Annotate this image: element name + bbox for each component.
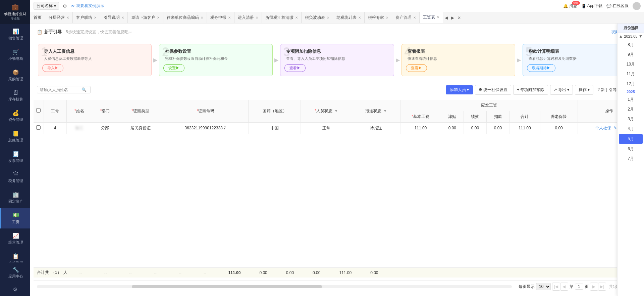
month-item-11[interactable]: 11月 bbox=[618, 69, 644, 79]
row-action-social[interactable]: 个人社保 bbox=[595, 126, 611, 130]
tab-product-code[interactable]: 往来单位商品编码 ✕ bbox=[163, 12, 207, 24]
sidebar-item-sales[interactable]: 📊 销售管理 bbox=[0, 24, 30, 45]
select-all-checkbox[interactable] bbox=[36, 108, 41, 113]
tab-tax-stat[interactable]: 纳税统计表 ✕ bbox=[333, 12, 365, 24]
demo-link[interactable]: 👁 我要看实例演示 bbox=[71, 3, 104, 9]
sidebar-item-invoice[interactable]: 🧾 发票管理 bbox=[0, 147, 30, 167]
row-action-edit[interactable]: ✎ bbox=[613, 126, 617, 130]
tab-invite[interactable]: 邀请下游客户 ✕ bbox=[128, 12, 163, 24]
month-item-8[interactable]: 8月 bbox=[618, 40, 644, 50]
special-deduction-button[interactable]: + 专项附加扣除 bbox=[513, 85, 548, 95]
sidebar-item-inventory[interactable]: 🗄 库存核算 bbox=[0, 86, 30, 106]
tab-customer[interactable]: 客户联络 ✕ bbox=[73, 12, 100, 24]
tab-partition[interactable]: 分层经营 ✕ bbox=[45, 12, 73, 24]
topbar-settings-btn[interactable]: ⚙ bbox=[61, 3, 69, 9]
tab-close-icon[interactable]: ✕ bbox=[121, 16, 124, 19]
search-box[interactable]: 🔍 bbox=[37, 86, 91, 93]
tab-close-icon[interactable]: ✕ bbox=[358, 16, 361, 19]
status-filter-icon[interactable]: ▼ bbox=[334, 109, 338, 113]
step-4-btn[interactable]: 查看▶ bbox=[406, 64, 427, 72]
tab-close-icon[interactable]: ✕ bbox=[157, 16, 160, 19]
tab-asset-mgmt[interactable]: 资产管理 ✕ bbox=[392, 12, 420, 24]
tab-clearance[interactable]: 进入清册 ✕ bbox=[234, 12, 262, 24]
row-checkbox[interactable] bbox=[36, 125, 41, 130]
month-item-5[interactable]: 5月 bbox=[619, 134, 643, 144]
mobile-icon: 📱 bbox=[581, 4, 586, 8]
sidebar-item-assets[interactable]: 🏢 固定资产 bbox=[0, 187, 30, 208]
add-person-button[interactable]: 添加人员 ▾ bbox=[446, 85, 473, 94]
tab-guide[interactable]: 引导说明 ✕ bbox=[100, 12, 128, 24]
tab-payroll[interactable]: 工资表 ✕ bbox=[420, 12, 443, 24]
sidebar-item-ecommerce[interactable]: 🛒 小畅电商 bbox=[0, 45, 30, 65]
tab-close-icon[interactable]: ✕ bbox=[327, 16, 329, 19]
tab-close-icon[interactable]: ✕ bbox=[66, 16, 69, 19]
month-item-7[interactable]: 7月 bbox=[618, 154, 644, 164]
summary-base-total: 111.00 bbox=[228, 270, 241, 275]
sidebar-item-app-center[interactable]: 🔧 应用中心 bbox=[0, 262, 30, 283]
step-3-btn[interactable]: 查看▶ bbox=[284, 64, 306, 72]
year-next-icon[interactable]: ▼ bbox=[639, 34, 643, 39]
sidebar-item-tax[interactable]: 🏛 税务管理 bbox=[0, 167, 30, 187]
month-item-12[interactable]: 12月 bbox=[618, 79, 644, 89]
tab-close-icon[interactable]: ✕ bbox=[228, 16, 231, 19]
unified-settings-button[interactable]: ⚙ 统一社保设置 bbox=[475, 85, 511, 95]
tab-tax-calc[interactable]: 所得税汇算清缴 ✕ bbox=[262, 12, 302, 24]
tab-tax-expert[interactable]: 税检专家 ✕ bbox=[365, 12, 392, 24]
topbar-app-download[interactable]: 📱 App下载 bbox=[581, 3, 602, 9]
search-icon[interactable]: 🔍 bbox=[82, 87, 87, 92]
operation-button[interactable]: 操作 ▾ bbox=[575, 85, 593, 95]
user-avatar[interactable] bbox=[633, 2, 641, 10]
page-next-btn[interactable]: ▶ bbox=[590, 283, 598, 291]
step-1-btn[interactable]: 导入▶ bbox=[42, 64, 63, 72]
new-guide-button[interactable]: ? 新手引导 bbox=[595, 85, 619, 94]
logo-icon: 💼 bbox=[11, 3, 19, 11]
tab-close-icon[interactable]: ✕ bbox=[413, 16, 416, 19]
sidebar-item-payroll[interactable]: 💵 工资 bbox=[0, 208, 30, 228]
app-logo[interactable]: 💼 畅捷通好业财 专业版 bbox=[0, 0, 30, 24]
tab-nav-next[interactable]: ▶ bbox=[449, 15, 456, 20]
th-base-wage: *基本工资 bbox=[400, 111, 441, 122]
month-item-3[interactable]: 3月 bbox=[618, 114, 644, 124]
month-item-1[interactable]: 1月 bbox=[618, 95, 644, 104]
page-first-btn[interactable]: |◀ bbox=[552, 283, 560, 291]
sidebar-item-purchase[interactable]: 📦 采购管理 bbox=[0, 65, 30, 86]
month-item-2[interactable]: 2月 bbox=[618, 104, 644, 114]
export-button[interactable]: ↗ 导出 ▾ bbox=[550, 85, 573, 95]
tab-home-label: 首页 bbox=[34, 15, 42, 20]
demo-text: 我要看实例演示 bbox=[76, 3, 104, 9]
report-status-filter-icon[interactable]: ▼ bbox=[383, 109, 387, 113]
tab-close-icon[interactable]: ✕ bbox=[295, 16, 298, 19]
horizontal-scrollbar[interactable] bbox=[37, 285, 512, 288]
step-5-btn[interactable]: 敬请期待▶ bbox=[527, 64, 555, 72]
month-item-9[interactable]: 9月 bbox=[618, 50, 644, 59]
sidebar-item-report[interactable]: 📋 小畅报销 bbox=[0, 249, 30, 262]
tab-close-icon[interactable]: ✕ bbox=[94, 16, 97, 19]
month-item-4[interactable]: 4月 bbox=[618, 124, 644, 134]
tab-close-icon[interactable]: ✕ bbox=[386, 16, 388, 19]
tab-close-icon[interactable]: ✕ bbox=[201, 16, 203, 19]
page-size-select[interactable]: 10 20 50 bbox=[536, 283, 551, 290]
step-2-btn[interactable]: 设置▶ bbox=[163, 64, 184, 72]
search-input[interactable] bbox=[40, 87, 80, 92]
month-item-10[interactable]: 10月 bbox=[618, 59, 644, 69]
scrollbar-thumb[interactable] bbox=[132, 285, 322, 288]
sidebar-item-ledger[interactable]: 📒 总账管理 bbox=[0, 126, 30, 147]
year-prev-icon[interactable]: ▲ bbox=[619, 34, 623, 39]
sidebar-item-finance[interactable]: 💰 资金管理 bbox=[0, 106, 30, 126]
company-selector[interactable]: 公司名称 ▾ bbox=[34, 2, 59, 10]
required-star: * bbox=[131, 109, 133, 113]
topbar-online-service[interactable]: 💬 在线客服 bbox=[606, 3, 629, 9]
page-prev-btn[interactable]: ◀ bbox=[560, 283, 568, 291]
tab-tax-relief[interactable]: 税负波动表 ✕ bbox=[302, 12, 333, 24]
tab-nav-close-all[interactable]: ✕ bbox=[456, 15, 463, 20]
tab-close-icon[interactable]: ✕ bbox=[256, 16, 258, 19]
tab-close-icon[interactable]: ✕ bbox=[437, 15, 439, 19]
tab-nav-prev[interactable]: ◀ bbox=[443, 15, 449, 20]
sidebar-settings[interactable]: ⚙ bbox=[0, 283, 30, 296]
tab-home[interactable]: 首页 bbox=[30, 12, 45, 24]
sidebar-item-operation[interactable]: 📈 经营管理 bbox=[0, 228, 30, 249]
month-item-6[interactable]: 6月 bbox=[618, 144, 644, 154]
page-last-btn[interactable]: ▶| bbox=[598, 283, 606, 291]
tab-tax-filing[interactable]: 税务申报 ✕ bbox=[207, 12, 234, 24]
topbar-message[interactable]: 🔔 消息 99+ bbox=[563, 3, 577, 9]
